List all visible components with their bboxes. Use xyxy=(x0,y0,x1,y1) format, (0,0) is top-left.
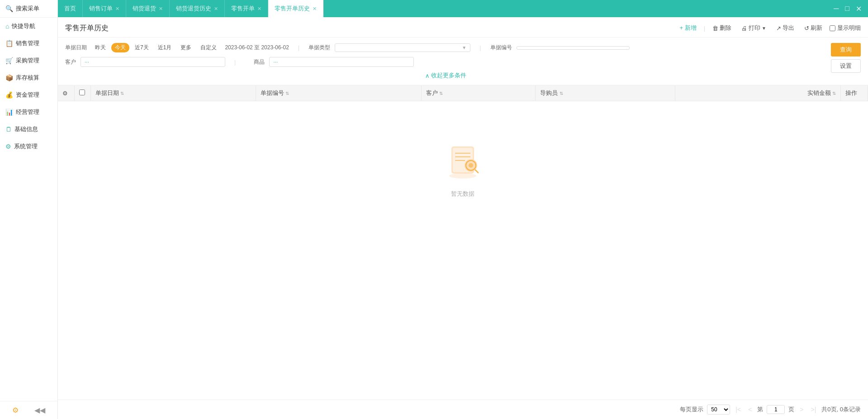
table-body: 暂无数据 xyxy=(58,101,868,235)
close-button[interactable]: ✕ xyxy=(854,4,863,14)
display-detail-checkbox-label[interactable]: 显示明细 xyxy=(830,24,861,32)
th-customer: 客户 ⇅ xyxy=(421,85,536,101)
goods-filter-input[interactable]: ··· xyxy=(269,57,414,67)
close-tab-sales-return[interactable]: ✕ xyxy=(159,6,163,12)
print-button[interactable]: 🖨 打印 ▼ xyxy=(739,23,769,33)
page-title: 零售开单历史 xyxy=(65,24,109,33)
sort-guide-icon[interactable]: ⇅ xyxy=(560,91,563,96)
tab-sales-order[interactable]: 销售订单 ✕ xyxy=(83,0,126,17)
date-opt-custom[interactable]: 自定义 xyxy=(197,43,220,52)
toolbar-actions: + 新增 | 🗑 删除 🖨 打印 ▼ ↗ 导出 ↺ 刷新 xyxy=(677,23,861,33)
data-table: ⚙ 单据日期 ⇅ 单据编号 ⇅ xyxy=(58,85,868,234)
th-number: 单据编号 ⇅ xyxy=(256,85,422,101)
top-nav-tabs: 首页 销售订单 ✕ 销货退货 ✕ 销货退货历史 ✕ 零售开单 ✕ 零售开单历史 … xyxy=(58,0,868,17)
sidebar-bottom: ⚙ ◀◀ xyxy=(0,401,57,419)
goods-dots-button[interactable]: ··· xyxy=(273,59,278,65)
date-opt-1month[interactable]: 近1月 xyxy=(154,43,175,52)
type-filter-label: 单据类型 xyxy=(308,44,330,52)
delete-button[interactable]: 🗑 删除 xyxy=(710,23,734,33)
sort-date-icon[interactable]: ⇅ xyxy=(120,91,124,96)
sidebar-item-system[interactable]: ⚙ 系统管理 xyxy=(0,138,57,155)
svg-point-9 xyxy=(469,163,473,168)
sidebar: 🔍 搜索采单 ⌂ 快捷导航 📋 销售管理 🛒 采购管理 📦 库存核算 💰 资金管… xyxy=(0,0,58,419)
prev-page-button[interactable]: < xyxy=(746,405,754,414)
sidebar-item-quick-nav[interactable]: ⌂ 快捷导航 xyxy=(0,18,57,35)
close-tab-retail-order-history[interactable]: ✕ xyxy=(313,6,317,12)
collapse-sidebar-icon[interactable]: ◀◀ xyxy=(34,406,45,414)
type-select-arrow: ▼ xyxy=(462,45,466,50)
refresh-icon: ↺ xyxy=(804,25,809,32)
select-all-checkbox[interactable] xyxy=(79,89,85,95)
sidebar-item-finance[interactable]: 💰 资金管理 xyxy=(0,86,57,104)
sort-number-icon[interactable]: ⇅ xyxy=(285,91,289,96)
empty-illustration xyxy=(440,137,485,183)
date-opt-more[interactable]: 更多 xyxy=(177,43,195,52)
tab-retail-order-history[interactable]: 零售开单历史 ✕ xyxy=(268,0,323,17)
operations-icon: 📊 xyxy=(5,108,13,116)
info-icon: 🗒 xyxy=(5,126,12,133)
sidebar-item-purchase[interactable]: 🛒 采购管理 xyxy=(0,52,57,69)
sidebar-item-sales[interactable]: 📋 销售管理 xyxy=(0,35,57,52)
main-area: 首页 销售订单 ✕ 销货退货 ✕ 销货退货历史 ✕ 零售开单 ✕ 零售开单历史 … xyxy=(58,0,868,419)
export-icon: ↗ xyxy=(776,25,781,32)
tab-sales-return[interactable]: 销货退货 ✕ xyxy=(126,0,170,17)
number-filter-input[interactable] xyxy=(517,46,630,50)
tab-spacer xyxy=(323,0,827,17)
purchase-icon: 🛒 xyxy=(5,57,13,64)
close-tab-sales-order[interactable]: ✕ xyxy=(115,6,119,12)
tab-sales-return-history[interactable]: 销货退货历史 ✕ xyxy=(170,0,225,17)
refresh-button[interactable]: ↺ 刷新 xyxy=(802,23,825,33)
sidebar-item-operations[interactable]: 📊 经营管理 xyxy=(0,104,57,121)
filter-area: 单据日期 昨天 今天 近7天 近1月 更多 自定义 2023-06-02 至 2… xyxy=(58,38,868,85)
page-header: 零售开单历史 + 新增 | 🗑 删除 🖨 打印 ▼ ↗ 导出 ↺ xyxy=(58,17,868,38)
date-range-display: 2023-06-02 至 2023-06-02 xyxy=(225,44,289,52)
sidebar-item-base-info[interactable]: 🗒 基础信息 xyxy=(0,121,57,138)
sales-icon: 📋 xyxy=(5,40,13,47)
maximize-button[interactable]: □ xyxy=(843,4,851,14)
first-page-button[interactable]: |< xyxy=(734,405,743,414)
svg-point-0 xyxy=(449,173,476,179)
table-container: ⚙ 单据日期 ⇅ 单据编号 ⇅ xyxy=(58,85,868,400)
close-tab-sales-return-history[interactable]: ✕ xyxy=(214,6,218,12)
add-button[interactable]: + 新增 xyxy=(677,23,699,33)
tab-retail-order[interactable]: 零售开单 ✕ xyxy=(225,0,268,17)
collapse-filter-button[interactable]: ∧ 收起更多条件 xyxy=(65,71,826,80)
customer-filter-input[interactable]: ··· xyxy=(81,57,225,67)
date-opt-7days[interactable]: 近7天 xyxy=(131,43,152,52)
page-number-input[interactable]: 1 xyxy=(767,405,785,414)
sidebar-item-label: 经营管理 xyxy=(16,108,39,116)
sidebar-item-label: 库存核算 xyxy=(16,74,39,82)
pagination: 每页显示 50 10 20 100 |< < 第 1 页 > >| 共0页, 0… xyxy=(58,400,868,419)
date-opt-yesterday[interactable]: 昨天 xyxy=(91,43,109,52)
content-area: 零售开单历史 + 新增 | 🗑 删除 🖨 打印 ▼ ↗ 导出 ↺ xyxy=(58,17,868,419)
sidebar-item-label: 资金管理 xyxy=(16,91,39,99)
th-amount: 实销金额 ⇅ xyxy=(675,85,841,101)
sort-amount-icon[interactable]: ⇅ xyxy=(832,91,836,96)
date-opt-today[interactable]: 今天 xyxy=(111,43,129,52)
tab-home[interactable]: 首页 xyxy=(58,0,83,17)
query-button[interactable]: 查询 xyxy=(831,43,861,56)
sidebar-search[interactable]: 🔍 搜索采单 xyxy=(0,0,57,18)
next-page-button[interactable]: > xyxy=(798,405,805,414)
th-date: 单据日期 ⇅ xyxy=(90,85,256,101)
sidebar-item-inventory[interactable]: 📦 库存核算 xyxy=(0,69,57,86)
window-controls: ─ □ ✕ xyxy=(827,0,868,17)
minimize-button[interactable]: ─ xyxy=(832,4,840,14)
export-button[interactable]: ↗ 导出 xyxy=(773,23,797,33)
page-total: 共0页, 0条记录 xyxy=(821,405,861,414)
display-detail-checkbox[interactable] xyxy=(830,25,835,31)
filter-setting-button[interactable]: 设置 xyxy=(831,59,861,73)
customer-dots-button[interactable]: ··· xyxy=(85,59,89,65)
date-options: 昨天 今天 近7天 近1月 更多 自定义 xyxy=(91,43,220,52)
type-filter-select[interactable]: ▼ xyxy=(335,43,470,52)
th-settings[interactable]: ⚙ xyxy=(58,85,74,101)
per-page-select[interactable]: 50 10 20 100 xyxy=(707,405,730,414)
sidebar-item-label: 采购管理 xyxy=(16,56,39,65)
empty-text: 暂无数据 xyxy=(451,190,474,198)
sort-customer-icon[interactable]: ⇅ xyxy=(439,91,443,96)
th-checkbox[interactable] xyxy=(74,85,90,101)
close-tab-retail-order[interactable]: ✕ xyxy=(257,6,261,12)
settings-gear-icon[interactable]: ⚙ xyxy=(12,406,19,414)
date-filter-label: 单据日期 xyxy=(65,44,87,52)
last-page-button[interactable]: >| xyxy=(809,405,818,414)
